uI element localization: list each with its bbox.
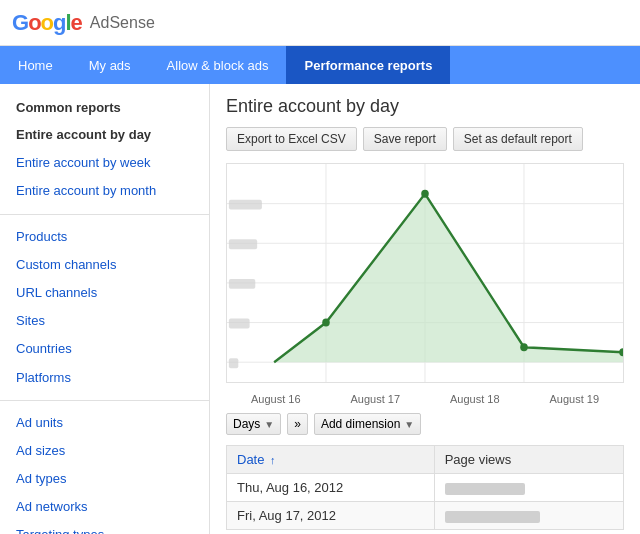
sidebar-item-platforms[interactable]: Platforms bbox=[0, 364, 209, 392]
filter-bar: Days ▼ » Add dimension ▼ bbox=[226, 413, 624, 435]
page-title: Entire account by day bbox=[226, 96, 624, 117]
google-logo: Google bbox=[12, 10, 82, 36]
nav-my-ads[interactable]: My ads bbox=[71, 46, 149, 84]
chart-svg bbox=[227, 164, 623, 382]
action-buttons: Export to Excel CSV Save report Set as d… bbox=[226, 127, 624, 151]
sidebar: Common reports Entire account by day Ent… bbox=[0, 84, 210, 534]
svg-rect-12 bbox=[229, 358, 238, 368]
svg-marker-13 bbox=[274, 194, 623, 362]
table-row: Fri, Aug 17, 2012 bbox=[227, 502, 624, 530]
logo-letter-e: e bbox=[71, 10, 82, 35]
sidebar-item-ad-sizes[interactable]: Ad sizes bbox=[0, 437, 209, 465]
chart-container bbox=[226, 163, 624, 383]
page-views-blurred-1 bbox=[445, 483, 525, 495]
sidebar-item-ad-types[interactable]: Ad types bbox=[0, 465, 209, 493]
nav-performance-reports[interactable]: Performance reports bbox=[286, 46, 450, 84]
date-cell-2: Fri, Aug 17, 2012 bbox=[227, 502, 435, 530]
dimension-dropdown-icon: ▼ bbox=[404, 419, 414, 430]
sidebar-item-products[interactable]: Products bbox=[0, 223, 209, 251]
data-table: Date ↑ Page views Thu, Aug 16, 2012 Fri,… bbox=[226, 445, 624, 530]
nav-home[interactable]: Home bbox=[0, 46, 71, 84]
svg-rect-8 bbox=[229, 200, 262, 210]
sidebar-item-entire-account-day[interactable]: Entire account by day bbox=[0, 121, 209, 149]
chart-label-aug18: August 18 bbox=[450, 393, 500, 405]
chart-label-aug16: August 16 bbox=[251, 393, 301, 405]
chart-x-labels: August 16 August 17 August 18 August 19 bbox=[226, 391, 624, 407]
chart-label-aug19: August 19 bbox=[549, 393, 599, 405]
days-label: Days bbox=[233, 417, 260, 431]
table-header-row: Date ↑ Page views bbox=[227, 446, 624, 474]
svg-point-16 bbox=[520, 343, 528, 351]
date-cell-1: Thu, Aug 16, 2012 bbox=[227, 474, 435, 502]
sidebar-divider-2 bbox=[0, 400, 209, 401]
page-views-cell-1 bbox=[434, 474, 623, 502]
sidebar-item-targeting-types[interactable]: Targeting types bbox=[0, 521, 209, 534]
svg-point-15 bbox=[421, 190, 429, 198]
page-views-cell-2 bbox=[434, 502, 623, 530]
sidebar-item-countries[interactable]: Countries bbox=[0, 335, 209, 363]
navbar: Home My ads Allow & block ads Performanc… bbox=[0, 46, 640, 84]
svg-rect-9 bbox=[229, 239, 257, 249]
sidebar-item-entire-account-week[interactable]: Entire account by week bbox=[0, 149, 209, 177]
days-filter[interactable]: Days ▼ bbox=[226, 413, 281, 435]
adsense-logo: AdSense bbox=[90, 14, 155, 32]
set-default-button[interactable]: Set as default report bbox=[453, 127, 583, 151]
svg-rect-10 bbox=[229, 279, 255, 289]
days-dropdown-icon: ▼ bbox=[264, 419, 274, 430]
sort-arrow-icon: ↑ bbox=[270, 454, 276, 466]
logo-letter-o1: o bbox=[28, 10, 40, 35]
col-page-views[interactable]: Page views bbox=[434, 446, 623, 474]
col-date[interactable]: Date ↑ bbox=[227, 446, 435, 474]
logo-letter-g2: g bbox=[53, 10, 65, 35]
sidebar-item-entire-account-month[interactable]: Entire account by month bbox=[0, 177, 209, 205]
save-report-button[interactable]: Save report bbox=[363, 127, 447, 151]
sidebar-section-title: Common reports bbox=[0, 96, 209, 121]
svg-point-14 bbox=[322, 319, 330, 327]
sidebar-item-ad-units[interactable]: Ad units bbox=[0, 409, 209, 437]
table-row: Thu, Aug 16, 2012 bbox=[227, 474, 624, 502]
add-dimension-filter[interactable]: Add dimension ▼ bbox=[314, 413, 421, 435]
header: Google AdSense bbox=[0, 0, 640, 46]
sidebar-item-url-channels[interactable]: URL channels bbox=[0, 279, 209, 307]
sidebar-item-sites[interactable]: Sites bbox=[0, 307, 209, 335]
sidebar-item-custom-channels[interactable]: Custom channels bbox=[0, 251, 209, 279]
sidebar-item-ad-networks[interactable]: Ad networks bbox=[0, 493, 209, 521]
page-views-blurred-2 bbox=[445, 511, 540, 523]
add-dimension-label: Add dimension bbox=[321, 417, 400, 431]
next-arrow[interactable]: » bbox=[287, 413, 308, 435]
export-csv-button[interactable]: Export to Excel CSV bbox=[226, 127, 357, 151]
sidebar-divider-1 bbox=[0, 214, 209, 215]
logo-letter-o2: o bbox=[41, 10, 53, 35]
main-layout: Common reports Entire account by day Ent… bbox=[0, 84, 640, 534]
content-area: Entire account by day Export to Excel CS… bbox=[210, 84, 640, 534]
svg-rect-11 bbox=[229, 319, 250, 329]
chart-label-aug17: August 17 bbox=[350, 393, 400, 405]
nav-allow-block-ads[interactable]: Allow & block ads bbox=[149, 46, 287, 84]
logo-letter-g: G bbox=[12, 10, 28, 35]
